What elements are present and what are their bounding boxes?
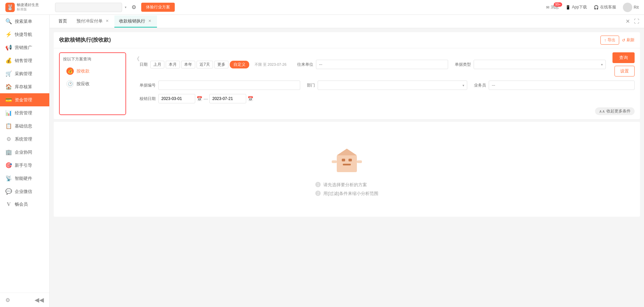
query-button[interactable]: 查询 <box>612 52 635 63</box>
verify-date-end-input[interactable] <box>209 94 246 103</box>
sidebar-label-member: 畅会员 <box>15 201 28 207</box>
collection-option-label: 按收款 <box>76 68 90 74</box>
tab-expand-icon[interactable]: ⛶ <box>633 18 640 25</box>
tab-home-label: 首页 <box>58 18 67 24</box>
sidebar-item-inventory[interactable]: 🏠 库存核算 <box>0 80 49 93</box>
search-input[interactable] <box>55 3 122 12</box>
filter-scheme-title: 按以下方案查询 <box>63 56 122 62</box>
refresh-button[interactable]: ↺ 刷新 <box>622 37 635 43</box>
date-btn-this-month[interactable]: 本月 <box>166 61 180 68</box>
sidebar-item-guide[interactable]: 🎯 新手引导 <box>0 159 49 172</box>
funds-icon: 💳 <box>5 97 12 103</box>
sidebar-item-quick[interactable]: ⚡ 快捷导航 <box>0 28 49 41</box>
sidebar: 🔍 搜索菜单 ⚡ 快捷导航 📢 营销推广 💰 销售管理 🛒 采购管理 🏠 库存核… <box>0 15 50 307</box>
page-content-area: 收款核销执行(按收款) ↑ 导出 ↺ 刷新 按以下方案查询 💰 <box>50 28 644 307</box>
sidebar-item-marketing[interactable]: 📢 营销推广 <box>0 41 49 54</box>
sidebar-item-basics[interactable]: 📋 基础信息 <box>0 119 49 133</box>
logo-name: 畅捷通好生意 <box>17 3 39 7</box>
sidebar-item-system[interactable]: ⚙ 系统管理 <box>0 133 49 146</box>
inventory-icon: 🏠 <box>5 84 12 90</box>
sidebar-label-inventory: 库存核算 <box>15 84 32 90</box>
tabbar-right: ✕ ⛶ <box>625 17 640 25</box>
date-btn-more[interactable]: 更多 <box>214 61 228 68</box>
sidebar-item-operations[interactable]: 📊 经营管理 <box>0 106 49 119</box>
dept-field: 部门 ▾ <box>307 81 468 90</box>
tab-collection[interactable]: 收款核销执行 ✕ <box>114 15 157 28</box>
bottom-settings-icon[interactable]: ⚙ <box>5 297 10 303</box>
date-btn-this-year[interactable]: 本年 <box>181 61 195 68</box>
sidebar-label-purchase: 采购管理 <box>15 71 32 77</box>
verify-date-start-calendar-icon[interactable]: 📅 <box>197 96 202 101</box>
sidebar-item-wechat[interactable]: 💬 企业微信 <box>0 185 49 198</box>
sidebar-item-purchase[interactable]: 🛒 采购管理 <box>0 67 49 80</box>
page-actions: ↑ 导出 ↺ 刷新 <box>600 36 635 45</box>
doc-no-input[interactable] <box>158 81 300 90</box>
logo-icon: 🐰 <box>5 3 15 12</box>
collapse-left-icon[interactable]: 《 <box>134 56 140 63</box>
sidebar-item-member[interactable]: V 畅会员 <box>0 198 49 211</box>
sidebar-item-search[interactable]: 🔍 搜索菜单 <box>0 15 49 28</box>
search-dropdown-icon[interactable]: ▾ <box>125 5 126 9</box>
tab-collection-close[interactable]: ✕ <box>147 18 152 23</box>
counterparty-field: 往来单位 ··· <box>297 60 448 69</box>
sidebar-item-enterprise[interactable]: 🏢 企业协同 <box>0 146 49 159</box>
topbar-search-area: ▾ ⚙ 体验行业方案 <box>55 3 546 12</box>
date-custom-tag[interactable]: 自定义 <box>230 61 249 68</box>
operations-icon: 📊 <box>5 110 12 116</box>
sidebar-collapse-btn[interactable]: ◀◀ <box>35 296 44 304</box>
user-avatar <box>623 3 632 12</box>
tab-home[interactable]: 首页 <box>54 15 72 28</box>
settings-button[interactable]: 设置 <box>614 66 635 76</box>
counterparty-placeholder: ··· <box>319 62 322 67</box>
doc-type-select[interactable]: ▾ <box>474 60 606 69</box>
message-item[interactable]: ✉ 消息 99+ <box>546 4 559 10</box>
filter-row-3: 核销日期 📅 — 📅 <box>140 94 635 103</box>
dept-select[interactable]: ▾ <box>318 81 468 90</box>
staff-field: 业务员 ··· <box>474 81 635 90</box>
industry-button[interactable]: 体验行业方案 <box>141 3 175 12</box>
service-label: 在线客服 <box>600 4 616 10</box>
empty-state: 1 请先选择要分析的方案 2 用[过滤]条件来缩小分析范围 <box>54 122 640 217</box>
app-download-item[interactable]: 📱 App下载 <box>566 4 587 10</box>
doc-no-field: 单据编号 <box>140 81 300 90</box>
staff-label: 业务员 <box>474 83 486 88</box>
sidebar-label-wechat: 企业微信 <box>15 189 32 195</box>
date-btn-7days[interactable]: 近7天 <box>197 61 213 68</box>
export-button[interactable]: ↑ 导出 <box>600 36 619 45</box>
filter-option-receivable[interactable]: 🕐 按应收 <box>63 78 122 90</box>
logo: 🐰 畅捷通好生意 标准版 <box>5 3 55 12</box>
sidebar-item-funds[interactable]: 💳 资金管理 <box>0 93 49 106</box>
sidebar-item-sales[interactable]: 💰 销售管理 <box>0 54 49 67</box>
hardware-icon: 📡 <box>5 175 12 182</box>
main-content: 首页 预付冲应付单 ✕ 收款核销执行 ✕ ✕ ⛶ 收款核销执行(按收款) ↑ 导… <box>50 15 644 307</box>
sidebar-label-search: 搜索菜单 <box>15 18 32 24</box>
sidebar-item-hardware[interactable]: 📡 智能硬件 <box>0 172 49 185</box>
staff-select[interactable]: ··· <box>489 81 635 90</box>
tab-close-all-icon[interactable]: ✕ <box>625 17 631 25</box>
doc-type-arrow-icon: ▾ <box>601 63 603 66</box>
tab-prepay[interactable]: 预付冲应付单 ✕ <box>72 15 114 28</box>
svg-rect-6 <box>357 160 362 163</box>
tab-prepay-close[interactable]: ✕ <box>105 18 110 23</box>
counterparty-select[interactable]: ··· <box>316 60 448 69</box>
verify-date-field: 核销日期 📅 — 📅 <box>140 94 635 103</box>
empty-tip-1-text: 请先选择要分析的方案 <box>323 182 367 188</box>
user-item[interactable]: Rit <box>623 3 639 12</box>
export-icon: ↑ <box>604 38 606 43</box>
filter-option-collection[interactable]: 💰 按收款 <box>63 65 122 77</box>
message-badge: 99+ <box>554 2 562 7</box>
staff-placeholder: ··· <box>492 83 495 88</box>
gear-icon[interactable]: ⚙ <box>129 3 139 12</box>
verify-date-end-calendar-icon[interactable]: 📅 <box>248 96 253 101</box>
verify-date-start-input[interactable] <box>158 94 195 103</box>
member-icon: V <box>5 201 12 207</box>
verify-date-label: 核销日期 <box>140 96 156 102</box>
service-item[interactable]: 🎧 在线客服 <box>594 4 616 10</box>
date-btn-last-month[interactable]: 上月 <box>150 61 164 68</box>
date-buttons: 上月 本月 本年 近7天 更多 自定义 <box>150 61 249 68</box>
collapse-more-button[interactable]: ∧∧ 收起更多条件 <box>595 107 635 115</box>
message-icon: ✉ <box>546 5 549 10</box>
basics-icon: 📋 <box>5 123 12 129</box>
enterprise-icon: 🏢 <box>5 149 12 155</box>
collapse-more-label: 收起更多条件 <box>606 108 631 114</box>
